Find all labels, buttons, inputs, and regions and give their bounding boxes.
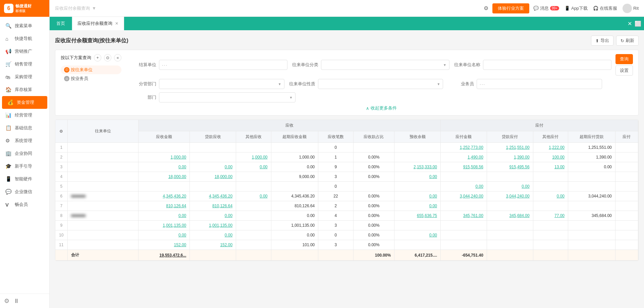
row-advance[interactable] (394, 221, 441, 230)
sidebar-item-quick-nav[interactable]: ⌂快捷导航 (0, 32, 49, 45)
row-ar-loan[interactable]: 0.00 (190, 211, 236, 221)
row-ap-other[interactable] (533, 240, 568, 250)
row-ap-loan[interactable] (487, 230, 533, 240)
sidebar-item-basic[interactable]: 📋基础信息 (0, 122, 49, 134)
promo-button[interactable]: 体验行业方案 (492, 3, 529, 13)
sidebar-item-operations[interactable]: 📊经营管理 (0, 109, 49, 122)
row-ar-loan[interactable] (190, 152, 236, 162)
row-ar-amount[interactable]: 0.00 (139, 230, 190, 240)
refresh-button[interactable]: ↻ 刷新 (616, 36, 639, 46)
filter-scheme-by-partner[interactable]: ⓪ 按往来单位 (61, 65, 121, 74)
row-ar-loan[interactable]: 18,000.00 (190, 172, 236, 182)
row-ap-other[interactable]: 100.00 (533, 152, 568, 162)
filter-input-subdept[interactable]: ▼ (159, 92, 296, 102)
sidebar-item-wechat[interactable]: 💬企业微信 (0, 185, 49, 198)
tab-maximize-button[interactable]: ⬜ (635, 20, 641, 27)
sidebar-collapse-icon[interactable]: ⏸ (13, 298, 19, 305)
row-ar-loan[interactable]: 0.00 (190, 230, 236, 240)
row-advance[interactable] (394, 152, 441, 162)
row-ap-loan[interactable]: 345,684.00 (487, 211, 533, 221)
row-ar-loan[interactable]: 810,126.64 (190, 201, 236, 211)
row-ap-other[interactable]: 1,222.00 (533, 143, 568, 152)
row-ap-other[interactable] (533, 182, 568, 191)
online-service-item[interactable]: 🎧 在线客服 (593, 5, 617, 11)
row-ar-other[interactable] (236, 182, 271, 191)
filter-input-partner-name[interactable] (483, 60, 611, 70)
row-ap-other[interactable]: 13.00 (533, 162, 568, 172)
row-ar-amount[interactable]: 1,001,135.00 (139, 221, 190, 230)
row-ap-loan[interactable]: 1,390.00 (487, 152, 533, 162)
row-ap-amount[interactable]: 915,508.56 (441, 162, 487, 172)
row-ar-loan[interactable] (190, 143, 236, 152)
row-advance[interactable] (394, 143, 441, 152)
filter-edit-btn[interactable]: ⊙ (104, 54, 111, 61)
user-item[interactable]: Rit (623, 4, 639, 13)
row-ar-other[interactable]: 0.00 (236, 162, 271, 172)
table-settings-icon[interactable]: ⚙ (59, 129, 63, 134)
sidebar-item-inventory[interactable]: 🏠库存核算 (0, 83, 49, 96)
sidebar-settings-icon[interactable]: ⚙ (4, 297, 9, 305)
sidebar-item-funds[interactable]: 💰资金管理 (2, 96, 47, 109)
row-ar-other[interactable] (236, 172, 271, 182)
row-ap-loan[interactable] (487, 221, 533, 230)
row-ap-loan[interactable]: 3,044,240.00 (487, 191, 533, 201)
summary-ar-amount[interactable]: 19,553,472.6... (139, 250, 190, 261)
tab-close-icon[interactable]: ✕ (115, 21, 118, 26)
settings-icon[interactable]: ⚙ (484, 5, 488, 11)
row-ar-amount[interactable]: 152.00 (139, 240, 190, 250)
row-advance[interactable]: 0.00 (394, 201, 441, 211)
row-ar-amount[interactable] (139, 143, 190, 152)
sidebar-item-smart-hw[interactable]: 📱智能硬件 (0, 173, 49, 185)
row-advance[interactable]: 655,636.75 (394, 211, 441, 221)
row-ap-loan[interactable] (487, 201, 533, 211)
row-ar-amount[interactable]: 810,126.64 (139, 201, 190, 211)
filter-collapse-left-btn[interactable]: « (114, 54, 121, 61)
sidebar-item-sales[interactable]: 🛒销售管理 (0, 58, 49, 71)
filter-input-partner-nature[interactable]: ▼ (318, 79, 443, 89)
row-ap-loan[interactable]: 1,251,551.00 (487, 143, 533, 152)
sidebar-item-enterprise[interactable]: 🏢企业协同 (0, 147, 49, 160)
row-ap-other[interactable] (533, 221, 568, 230)
row-ar-loan[interactable] (190, 182, 236, 191)
row-ar-other[interactable] (236, 211, 271, 221)
row-ar-other[interactable] (236, 230, 271, 240)
row-ar-amount[interactable]: 1,000.00 (139, 152, 190, 162)
row-ar-other[interactable] (236, 240, 271, 250)
row-ap-amount[interactable]: 1,252,773.00 (441, 143, 487, 152)
app-download-item[interactable]: 📱 App下载 (565, 5, 588, 11)
row-ar-loan[interactable]: 4,345,436.20 (190, 191, 236, 201)
row-ap-amount[interactable]: 3,044,240.00 (441, 191, 487, 201)
notification-item[interactable]: 💬 消息 99+ (533, 5, 559, 11)
filter-input-settlement[interactable]: ··· (159, 60, 287, 70)
row-advance[interactable] (394, 182, 441, 191)
row-ap-amount[interactable] (441, 172, 487, 182)
row-ap-other[interactable]: 0.00 (533, 191, 568, 201)
tab-home[interactable]: 首页 (50, 17, 72, 30)
row-ap-amount[interactable] (441, 201, 487, 211)
row-ap-loan[interactable]: 0.00 (487, 182, 533, 191)
settings-button[interactable]: 设置 (615, 65, 633, 76)
tab-close-all-button[interactable]: ✕ (628, 20, 632, 27)
export-button[interactable]: ⬆ 导出 (591, 36, 613, 46)
sidebar-item-member[interactable]: V畅会员 (0, 198, 49, 211)
filter-add-btn[interactable]: + (94, 54, 101, 61)
sidebar-item-marketing[interactable]: 📢营销推广 (0, 45, 49, 58)
row-ap-amount[interactable] (441, 240, 487, 250)
row-ar-amount[interactable] (139, 182, 190, 191)
row-ap-loan[interactable] (487, 172, 533, 182)
row-ap-amount[interactable]: 345,761.00 (441, 211, 487, 221)
row-advance[interactable] (394, 240, 441, 250)
row-ap-amount[interactable] (441, 230, 487, 240)
sidebar-item-system[interactable]: ⚙系统管理 (0, 134, 49, 147)
filter-input-dept[interactable]: ▼ (159, 79, 284, 89)
row-ar-loan[interactable]: 0.00 (190, 162, 236, 172)
row-ar-amount[interactable]: 0.00 (139, 162, 190, 172)
row-ap-other[interactable]: 77.00 (533, 211, 568, 221)
sidebar-item-search[interactable]: 🔍搜索菜单 (0, 19, 49, 32)
row-ap-amount[interactable] (441, 221, 487, 230)
sidebar-item-purchase[interactable]: 🛍采购管理 (0, 71, 49, 83)
th-settings[interactable]: ⚙ (55, 120, 67, 143)
filter-input-salesperson[interactable]: ··· (477, 79, 602, 89)
row-ap-other[interactable] (533, 201, 568, 211)
row-ap-loan[interactable]: 915,495.56 (487, 162, 533, 172)
